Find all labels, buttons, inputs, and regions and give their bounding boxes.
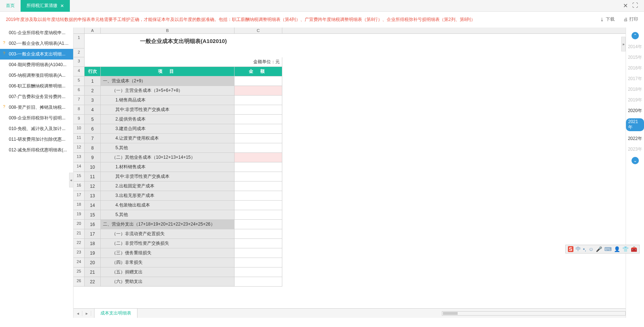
- ime-lang[interactable]: 中: [576, 246, 581, 252]
- sidebar-item-0[interactable]: 001-企业所得税年度纳税申...: [0, 28, 73, 38]
- row-header[interactable]: 21: [74, 229, 85, 239]
- sidebar-item-8[interactable]: 009-企业所得税弥补亏损明...: [0, 113, 73, 123]
- cell-amount[interactable]: [235, 172, 282, 182]
- sidebar-item-5[interactable]: 006-职工薪酬纳税调整明细...: [0, 81, 73, 91]
- cell-amount[interactable]: [235, 248, 282, 258]
- ime-emoji-icon[interactable]: ☺: [588, 246, 594, 252]
- sidebar-item-2[interactable]: ?003-一般企业成本支出明细...: [0, 49, 73, 60]
- cell-amount[interactable]: [235, 76, 282, 86]
- row-header[interactable]: 7: [74, 96, 85, 105]
- cell-amount[interactable]: [235, 277, 282, 287]
- year-scroll-down[interactable]: ⌄: [632, 157, 639, 164]
- cell-amount[interactable]: [235, 258, 282, 267]
- cell-amount[interactable]: [235, 134, 282, 143]
- sheet-grid[interactable]: A B C 1一般企业成本支出明细表(A102010) 2 3金额单位：元 4 …: [74, 28, 626, 308]
- row-header[interactable]: 2: [74, 48, 85, 57]
- sidebar-item-11[interactable]: 012-减免所得税优惠明细表(...: [0, 145, 73, 155]
- sidebar-item-9[interactable]: 010-免税、减计收入及加计...: [0, 123, 73, 134]
- help-icon[interactable]: ?: [3, 40, 5, 45]
- help-icon[interactable]: ?: [3, 104, 5, 109]
- row-header[interactable]: 9: [74, 115, 85, 124]
- sidebar-item-4[interactable]: 005-纳税调整项目明细表(A...: [0, 70, 73, 81]
- year-panel-expand-handle[interactable]: »: [621, 37, 626, 51]
- row-header[interactable]: 15: [74, 172, 85, 182]
- row-header[interactable]: 4: [74, 67, 85, 76]
- cell-amount[interactable]: [235, 153, 282, 162]
- year-2017年[interactable]: 2017年: [628, 76, 642, 82]
- cell-amount[interactable]: [235, 191, 282, 201]
- sidebar-item-7[interactable]: ?008-资产折旧、摊销及纳税...: [0, 102, 73, 113]
- ime-toolbox-icon[interactable]: 🧰: [631, 246, 637, 252]
- row-header[interactable]: 10: [74, 124, 85, 134]
- row-header[interactable]: 18: [74, 201, 85, 210]
- row-header[interactable]: 19: [74, 210, 85, 220]
- year-2019年[interactable]: 2019年: [628, 97, 642, 103]
- year-2018年[interactable]: 2018年: [628, 86, 642, 93]
- year-2022年[interactable]: 2022年: [628, 136, 642, 142]
- ime-keyboard-icon[interactable]: ⌨: [604, 246, 612, 252]
- tab-tax-settlement[interactable]: 所得税汇算清缴 ✕: [21, 0, 70, 12]
- year-2021年[interactable]: 2021年: [626, 118, 644, 131]
- ime-toolbar[interactable]: S 中 •, ☺ 🎤 ⌨ 👤 👕 🧰: [565, 245, 640, 254]
- year-2023年[interactable]: 2023年: [628, 146, 642, 152]
- sidebar-item-10[interactable]: 011-研发费用加计扣除优惠...: [0, 134, 73, 145]
- cell-amount[interactable]: [235, 115, 282, 124]
- cell-amount[interactable]: [235, 86, 282, 96]
- col-header-A[interactable]: A: [85, 28, 101, 33]
- year-2016年[interactable]: 2016年: [628, 65, 642, 71]
- row-header[interactable]: 6: [74, 86, 85, 96]
- row-header[interactable]: 24: [74, 258, 85, 267]
- help-icon[interactable]: ?: [3, 51, 5, 55]
- cell-amount[interactable]: [235, 182, 282, 191]
- cell-amount[interactable]: [235, 267, 282, 277]
- row-header[interactable]: 13: [74, 153, 85, 162]
- ime-punct-icon[interactable]: •,: [583, 246, 586, 252]
- row-header[interactable]: 8: [74, 105, 85, 115]
- sidebar-item-3[interactable]: 004-期间费用明细表(A1040...: [0, 60, 73, 70]
- row-header[interactable]: 14: [74, 162, 85, 172]
- sidebar-collapse-handle[interactable]: «: [69, 173, 74, 187]
- horizontal-scrollbar[interactable]: [442, 311, 626, 316]
- row-header[interactable]: 1: [74, 34, 85, 48]
- year-scroll-up[interactable]: ⌃: [632, 32, 639, 39]
- cell-amount[interactable]: [235, 96, 282, 105]
- cell-amount[interactable]: [235, 162, 282, 172]
- sidebar-item-6[interactable]: 007-广告费和业务宣传费跨...: [0, 91, 73, 102]
- cell-amount[interactable]: [235, 143, 282, 153]
- row-header[interactable]: 22: [74, 239, 85, 248]
- tab-home[interactable]: 首页: [0, 0, 21, 12]
- ime-skin-icon[interactable]: 👕: [622, 246, 629, 252]
- row-header[interactable]: 20: [74, 220, 85, 229]
- row-header[interactable]: 12: [74, 143, 85, 153]
- fullscreen-icon[interactable]: ⛶: [632, 2, 638, 9]
- cell-amount[interactable]: [235, 105, 282, 115]
- year-2015年[interactable]: 2015年: [628, 54, 642, 61]
- year-2020年[interactable]: 2020年: [628, 108, 642, 114]
- ime-voice-icon[interactable]: 🎤: [596, 246, 602, 252]
- close-icon[interactable]: ✕: [60, 3, 64, 8]
- cell-amount[interactable]: [235, 229, 282, 239]
- cell-amount[interactable]: [235, 220, 282, 229]
- row-header[interactable]: 23: [74, 248, 85, 258]
- row-header[interactable]: 26: [74, 277, 85, 287]
- cell-amount[interactable]: [235, 210, 282, 220]
- row-header[interactable]: 17: [74, 191, 85, 201]
- row-header[interactable]: 3: [74, 57, 85, 67]
- sheet-nav-prev[interactable]: ▸: [82, 311, 91, 316]
- scroll-thumb[interactable]: [443, 312, 458, 315]
- col-header-C[interactable]: C: [235, 28, 282, 33]
- col-header-B[interactable]: B: [101, 28, 235, 33]
- cell-amount[interactable]: [235, 201, 282, 210]
- cell-amount[interactable]: [235, 124, 282, 134]
- ime-user-icon[interactable]: 👤: [614, 246, 620, 252]
- window-close-icon[interactable]: ✕: [623, 2, 628, 9]
- row-header[interactable]: 5: [74, 76, 85, 86]
- year-2014年[interactable]: 2014年: [628, 44, 642, 50]
- sidebar-item-1[interactable]: ?002-一般企业收入明细表(A10...: [0, 38, 73, 49]
- sheet-tab-active[interactable]: 成本支出明细表: [94, 308, 137, 318]
- row-header[interactable]: 11: [74, 134, 85, 143]
- row-header[interactable]: 25: [74, 267, 85, 277]
- row-header[interactable]: 16: [74, 182, 85, 191]
- cell-amount[interactable]: [235, 239, 282, 248]
- print-button[interactable]: 🖨 打印: [623, 16, 638, 22]
